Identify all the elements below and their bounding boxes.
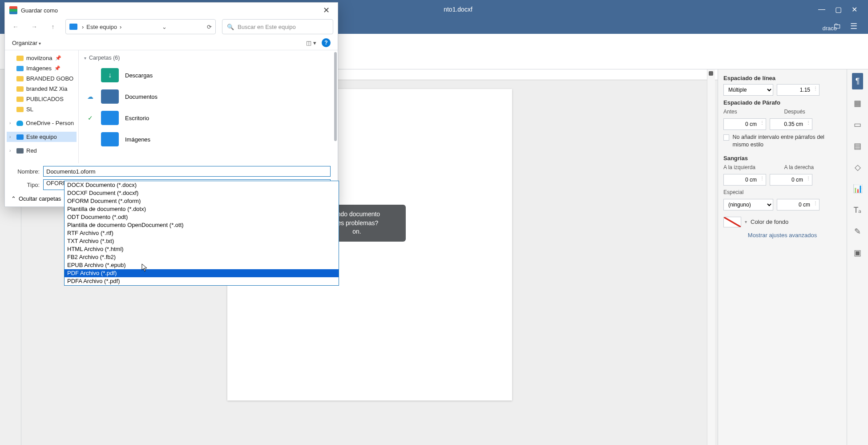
dialog-title-text: Guardar como: [21, 7, 58, 14]
breadcrumb-box[interactable]: › Este equipo › ⌄ ⟳: [65, 19, 216, 34]
hide-folders-link[interactable]: Ocultar carpetas: [19, 195, 61, 202]
breadcrumb-root[interactable]: Este equipo: [86, 24, 117, 30]
no-add-interval-label: No añadir intervalo entre párrafos del m…: [733, 134, 842, 149]
image-tab-icon[interactable]: ▭: [851, 117, 864, 132]
signature-tab-icon[interactable]: ✎: [852, 224, 864, 239]
background-color-swatch[interactable]: [723, 217, 741, 227]
filetype-option[interactable]: PDFA Archivo (*.pdf): [65, 277, 339, 285]
search-placeholder: Buscar en Este equipo: [238, 24, 296, 30]
cloud-sync-icon: ☁: [86, 93, 95, 100]
filetype-option[interactable]: RTF Archivo (*.rtf): [65, 229, 339, 237]
indent-left-input[interactable]: [723, 174, 766, 186]
special-indent-input[interactable]: [777, 199, 820, 210]
nav-up-icon[interactable]: ↑: [47, 20, 59, 33]
tree-item-imagenes[interactable]: Imágenes📌: [7, 63, 77, 73]
tree-label: OneDrive - Person: [26, 120, 74, 126]
dialog-navbar: ← → ↑ › Este equipo › ⌄ ⟳ 🔍 Buscar en Es…: [5, 18, 338, 36]
chevron-up-icon[interactable]: ⌃: [11, 195, 16, 202]
folders-scrollbar[interactable]: [334, 52, 337, 141]
window-maximize-icon[interactable]: ▢: [835, 5, 842, 14]
tree-label: SL: [26, 106, 33, 113]
filetype-dropdown-list[interactable]: DOCX Documento (*.docx)DOCXF Document (*…: [64, 181, 339, 286]
indent-right-input[interactable]: [770, 174, 812, 186]
organize-dropdown[interactable]: Organizar: [12, 40, 41, 46]
textart-tab-icon[interactable]: Tₐ: [851, 202, 864, 218]
folder-row-escritorio[interactable]: ✓Escritorio: [84, 107, 332, 129]
window-minimize-icon[interactable]: —: [818, 5, 825, 14]
tree-item-este-equipo[interactable]: ›Este equipo: [7, 132, 77, 142]
downloads-folder-icon: [101, 68, 119, 82]
app-icon: [9, 6, 17, 14]
crumb-dropdown-icon[interactable]: ⌄: [162, 24, 167, 30]
filetype-option[interactable]: HTML Archivo (*.html): [65, 245, 339, 253]
tree-item-movilzona[interactable]: movilzona📌: [7, 53, 77, 63]
folders-header[interactable]: Carpetas (6): [84, 53, 332, 65]
dialog-toolbar: Organizar ◫ ▾ ?: [5, 36, 338, 50]
folder-row-descargas[interactable]: Descargas: [84, 65, 332, 86]
tree-label: BRANDED GOBO: [26, 75, 73, 82]
dialog-search-box[interactable]: 🔍 Buscar en Este equipo: [222, 19, 333, 34]
dialog-close-icon[interactable]: ✕: [319, 4, 333, 17]
right-rail: ¶ ▦ ▭ ▤ ◇ 📊 Tₐ ✎ ▣: [847, 69, 868, 445]
filetype-option[interactable]: TXT Archivo (*.txt): [65, 237, 339, 245]
header-tab-icon[interactable]: ▤: [851, 138, 864, 154]
folder-row-imagenes[interactable]: Imágenes: [84, 129, 332, 150]
view-mode-icon[interactable]: ◫ ▾: [306, 40, 316, 46]
filename-input[interactable]: [43, 166, 331, 177]
no-add-interval-checkbox[interactable]: [723, 134, 729, 141]
background-color-label: Color de fondo: [751, 218, 788, 225]
paragraph-panel: Espaciado de línea Múltiple Espaciado de…: [718, 69, 847, 445]
filetype-option[interactable]: OFORM Document (*.oform): [65, 197, 339, 205]
hamburger-menu-icon[interactable]: ☰: [850, 21, 857, 31]
folder-tree[interactable]: movilzona📌 Imágenes📌 BRANDED GOBO brande…: [5, 50, 79, 163]
para-spacing-title: Espaciado de Párafo: [723, 99, 841, 106]
filetype-option[interactable]: PDF Archivo (*.pdf): [65, 269, 339, 277]
window-close-icon[interactable]: ✕: [852, 5, 857, 14]
form-tab-icon[interactable]: ▣: [851, 245, 864, 260]
tree-item-branded-gobo[interactable]: BRANDED GOBO: [7, 73, 77, 84]
filetype-option[interactable]: EPUB Archivo (*.epub): [65, 261, 339, 269]
tree-label: Este equipo: [26, 134, 57, 140]
line-spacing-title: Espaciado de línea: [723, 75, 841, 81]
table-tab-icon[interactable]: ▦: [851, 96, 864, 111]
user-label: draco: [822, 25, 837, 32]
folder-row-documentos[interactable]: ☁Documentos: [84, 86, 332, 107]
shape-tab-icon[interactable]: ◇: [852, 160, 864, 175]
special-indent-select[interactable]: (ninguno): [723, 199, 773, 210]
tree-item-red[interactable]: ›Red: [7, 146, 77, 156]
tree-item-publicados[interactable]: PUBLICADOS: [7, 94, 77, 104]
filetype-option[interactable]: Plantilla de documento (*.dotx): [65, 205, 339, 213]
spacing-before-input[interactable]: [723, 118, 766, 130]
chart-tab-icon[interactable]: 📊: [850, 181, 865, 196]
filetype-option[interactable]: DOCX Documento (*.docx): [65, 181, 339, 189]
nav-back-icon[interactable]: ←: [9, 20, 22, 33]
line-spacing-mode-select[interactable]: Múltiple: [723, 84, 773, 96]
folder-label: Escritorio: [125, 115, 149, 121]
nav-forward-icon[interactable]: →: [28, 20, 40, 33]
vertical-scrollbar[interactable]: [707, 69, 715, 445]
help-icon[interactable]: ?: [322, 38, 331, 47]
indents-title: Sangrías: [723, 155, 841, 162]
folders-panel: Carpetas (6) Descargas ☁Documentos ✓Escr…: [79, 50, 338, 163]
tree-label: movilzona: [26, 55, 52, 61]
line-spacing-value-input[interactable]: [777, 84, 820, 96]
filetype-option[interactable]: DOCXF Document (*.docxf): [65, 189, 339, 197]
spacing-after-input[interactable]: [770, 118, 812, 130]
save-as-dialog: Guardar como ✕ ← → ↑ › Este equipo › ⌄ ⟳…: [4, 2, 338, 207]
indent-left-label: A la izquierda: [723, 164, 762, 170]
paragraph-tab-icon[interactable]: ¶: [852, 73, 864, 89]
tree-item-sl[interactable]: SL: [7, 104, 77, 114]
filetype-option[interactable]: Plantilla de documento OpenDocument (*.o…: [65, 221, 339, 229]
desktop-folder-icon: [101, 111, 119, 125]
sync-ok-icon: ✓: [86, 114, 95, 121]
tree-item-branded-mz[interactable]: branded MZ Xia: [7, 84, 77, 94]
filetype-option[interactable]: ODT Documento (*.odt): [65, 213, 339, 221]
tree-item-onedrive[interactable]: ›OneDrive - Person: [7, 118, 77, 128]
before-label: Antes: [723, 109, 762, 115]
indent-right-label: A la derecha: [784, 164, 823, 170]
tree-label: Red: [26, 147, 37, 154]
advanced-settings-link[interactable]: Mostrar ajustes avanzados: [748, 232, 817, 239]
filetype-option[interactable]: FB2 Archivo (*.fb2): [65, 253, 339, 261]
tree-label: PUBLICADOS: [26, 96, 64, 102]
refresh-icon[interactable]: ⟳: [207, 24, 212, 30]
